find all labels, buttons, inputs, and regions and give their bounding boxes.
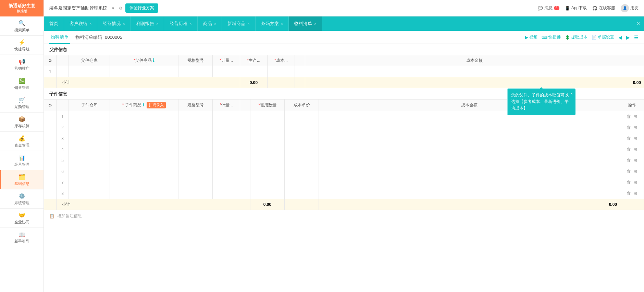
sidebar-item-新手引导[interactable]: 📖新手引导 xyxy=(0,228,44,247)
child-row7-warehouse[interactable] xyxy=(69,177,110,188)
child-row7-spec[interactable] xyxy=(178,177,213,188)
child-row2-unit-price[interactable] xyxy=(285,122,319,133)
scan-input-btn[interactable]: 扫码录入 xyxy=(147,102,166,108)
document-settings-btn[interactable]: 📄 单据设置 xyxy=(592,34,614,40)
message-button[interactable]: 💬 消息 6 xyxy=(538,5,559,11)
child-row1-goods[interactable] xyxy=(110,111,178,122)
nav-tab-商品[interactable]: 商品 × xyxy=(198,16,222,31)
nav-prev-btn[interactable]: ◀ xyxy=(618,35,622,40)
child-row8-measure[interactable] xyxy=(213,188,240,199)
child-row4-unit-price[interactable] xyxy=(285,144,319,155)
sidebar-item-采购管理[interactable]: 🛒采购管理 xyxy=(0,93,44,113)
child-row1-qty[interactable] xyxy=(250,111,285,122)
child-row1-unit-price[interactable] xyxy=(285,111,319,122)
child-row7-unit-price[interactable] xyxy=(285,177,319,188)
child-row8-unit-price[interactable] xyxy=(285,188,319,199)
delete-icon-7[interactable]: 🗑 xyxy=(627,180,631,185)
sidebar-item-企业协同[interactable]: 🤝企业协同 xyxy=(0,209,44,228)
nav-tab-物料清单[interactable]: 物料清单 × xyxy=(289,16,322,31)
child-row5-spec[interactable] xyxy=(178,155,213,166)
view-video-btn[interactable]: ▶ 视频 xyxy=(525,34,537,40)
sidebar-item-快捷导航[interactable]: ⚡快捷导航 xyxy=(0,36,44,55)
parent-row1-production[interactable] xyxy=(240,66,268,77)
child-row4-warehouse[interactable] xyxy=(69,144,110,155)
child-row6-goods[interactable] xyxy=(110,166,178,177)
parent-row1-spec[interactable] xyxy=(178,66,213,77)
nav-tab-首页[interactable]: 首页 xyxy=(44,16,64,31)
sidebar-item-搜索菜单[interactable]: 🔍搜索菜单 xyxy=(0,16,44,36)
shortcut-btn[interactable]: ⌨ 快捷键 xyxy=(542,34,561,40)
child-row5-goods[interactable] xyxy=(110,155,178,166)
parent-row1-warehouse[interactable] xyxy=(69,66,110,77)
nav-tab-新增商品[interactable]: 新增商品 × xyxy=(222,16,255,31)
child-row1-warehouse[interactable] xyxy=(69,111,110,122)
child-row3-goods[interactable] xyxy=(110,133,178,144)
sidebar-item-系统管理[interactable]: ⚙️系统管理 xyxy=(0,189,44,209)
child-row6-spec[interactable] xyxy=(178,166,213,177)
nav-tab-close-2[interactable]: × xyxy=(123,22,125,26)
nav-tab-close-8[interactable]: × xyxy=(314,22,316,26)
child-row3-spec[interactable] xyxy=(178,133,213,144)
nav-expand-btn[interactable]: ☰ xyxy=(634,35,639,40)
close-all-tabs[interactable]: × xyxy=(633,21,644,27)
app-download-button[interactable]: 📱 App下载 xyxy=(565,5,587,11)
sidebar-item-资金管理[interactable]: 💰资金管理 xyxy=(0,132,44,151)
child-row4-qty[interactable] xyxy=(250,144,285,155)
nav-tab-经营历程[interactable]: 经营历程 × xyxy=(164,16,197,31)
sidebar-item-营销推广[interactable]: 📢营销推广 xyxy=(0,55,44,74)
nav-tab-客户联络[interactable]: 客户联络 × xyxy=(64,16,97,31)
child-row3-measure[interactable] xyxy=(213,133,240,144)
child-row6-warehouse[interactable] xyxy=(69,166,110,177)
copy-icon-1[interactable]: ⊞ xyxy=(633,114,637,119)
child-row6-qty[interactable] xyxy=(250,166,285,177)
child-row3-unit-price[interactable] xyxy=(285,133,319,144)
copy-icon-7[interactable]: ⊞ xyxy=(633,180,637,185)
nav-tab-利润报告[interactable]: 利润报告 × xyxy=(131,16,164,31)
copy-icon-8[interactable]: ⊞ xyxy=(633,191,637,196)
sub-tab-bom[interactable]: 物料清单 xyxy=(49,31,70,44)
trial-button[interactable]: 体验行业方案 xyxy=(125,3,158,13)
child-row5-unit-price[interactable] xyxy=(285,155,319,166)
extract-cost-btn[interactable]: 💲 提取成本 xyxy=(565,34,587,40)
child-row2-qty[interactable] xyxy=(250,122,285,133)
system-dropdown[interactable]: ▾ xyxy=(110,4,116,12)
parent-col-settings[interactable]: ⚙ xyxy=(44,55,57,66)
copy-icon-4[interactable]: ⊞ xyxy=(633,147,637,152)
nav-tab-close-4[interactable]: × xyxy=(189,22,191,26)
delete-icon-4[interactable]: 🗑 xyxy=(627,147,631,152)
child-row8-goods[interactable] xyxy=(110,188,178,199)
child-row5-measure[interactable] xyxy=(213,155,240,166)
nav-tab-close-6[interactable]: × xyxy=(247,22,249,26)
child-row6-unit-price[interactable] xyxy=(285,166,319,177)
copy-icon-6[interactable]: ⊞ xyxy=(633,169,637,174)
copy-icon-5[interactable]: ⊞ xyxy=(633,158,637,163)
child-row8-spec[interactable] xyxy=(178,188,213,199)
settings-icon[interactable]: ⚙ xyxy=(119,6,123,11)
nav-tab-经营情况[interactable]: 经营情况 × xyxy=(97,16,131,31)
nav-tab-条码方案[interactable]: 条码方案 × xyxy=(256,16,289,31)
child-row7-measure[interactable] xyxy=(213,177,240,188)
child-row7-goods[interactable] xyxy=(110,177,178,188)
child-row5-warehouse[interactable] xyxy=(69,155,110,166)
child-row8-warehouse[interactable] xyxy=(69,188,110,199)
nav-tab-close-3[interactable]: × xyxy=(156,22,158,26)
child-row6-measure[interactable] xyxy=(213,166,240,177)
child-row2-spec[interactable] xyxy=(178,122,213,133)
nav-tab-close-7[interactable]: × xyxy=(281,22,283,26)
copy-icon-3[interactable]: ⊞ xyxy=(633,136,637,141)
sidebar-item-销售管理[interactable]: 💹销售管理 xyxy=(0,74,44,93)
delete-icon-8[interactable]: 🗑 xyxy=(627,191,631,196)
child-row4-measure[interactable] xyxy=(213,144,240,155)
delete-icon-5[interactable]: 🗑 xyxy=(627,158,631,163)
nav-tab-close-5[interactable]: × xyxy=(214,22,216,26)
child-row2-goods[interactable] xyxy=(110,122,178,133)
child-row4-spec[interactable] xyxy=(178,144,213,155)
delete-icon-3[interactable]: 🗑 xyxy=(627,136,631,141)
child-row2-measure[interactable] xyxy=(213,122,240,133)
sidebar-item-库存核算[interactable]: 📦库存核算 xyxy=(0,113,44,132)
child-row2-warehouse[interactable] xyxy=(69,122,110,133)
sidebar-item-基础信息[interactable]: 🗂️基础信息 xyxy=(0,170,44,189)
online-service-button[interactable]: 🎧 在线客服 xyxy=(592,5,615,11)
child-row5-qty[interactable] xyxy=(250,155,285,166)
child-row3-warehouse[interactable] xyxy=(69,133,110,144)
